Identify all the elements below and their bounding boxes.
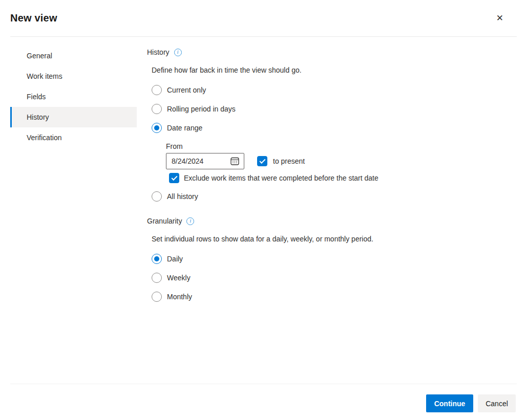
checkbox-checked-icon (257, 156, 267, 166)
radio-rolling-period[interactable]: Rolling period in days (152, 104, 527, 114)
footer-buttons: Continue Cancel (0, 384, 527, 412)
radio-current-only[interactable]: Current only (152, 85, 527, 95)
radio-label: Weekly (167, 274, 191, 282)
sidebar-item-label: History (27, 113, 49, 121)
sidebar: General Work items Fields History Verifi… (0, 37, 137, 302)
radio-label: Daily (167, 255, 183, 263)
granularity-heading-row: Granularity i (147, 216, 527, 226)
radio-circle-selected (152, 123, 162, 133)
radio-circle (152, 292, 162, 302)
radio-circle (152, 85, 162, 95)
checkbox-checked-icon (169, 173, 179, 183)
history-description: Define how far back in time the view sho… (152, 65, 527, 75)
dialog-body: General Work items Fields History Verifi… (0, 37, 527, 302)
checkbox-label: to present (273, 157, 305, 165)
from-label: From (166, 142, 527, 150)
checkbox-label: Exclude work items that were completed b… (184, 174, 378, 182)
radio-monthly[interactable]: Monthly (152, 292, 527, 302)
radio-circle-selected (152, 254, 162, 264)
close-icon[interactable]: ✕ (496, 14, 503, 23)
radio-label: All history (167, 192, 198, 201)
radio-label: Current only (167, 86, 206, 94)
exclude-completed-checkbox[interactable]: Exclude work items that were completed b… (169, 173, 527, 183)
calendar-icon[interactable] (230, 157, 239, 165)
dialog-title: New view (10, 12, 57, 24)
new-view-dialog: New view ✕ General Work items Fields His… (0, 0, 527, 420)
sidebar-item-label: Work items (27, 72, 62, 80)
sidebar-item-label: Fields (27, 93, 46, 101)
history-section: History i Define how far back in time th… (147, 47, 527, 202)
history-heading: History (147, 48, 170, 56)
info-icon[interactable]: i (186, 217, 194, 225)
radio-weekly[interactable]: Weekly (152, 273, 527, 283)
sidebar-item-verification[interactable]: Verification (10, 127, 137, 148)
radio-label: Date range (167, 124, 202, 132)
from-date-field (166, 153, 244, 169)
history-heading-row: History i (147, 47, 527, 57)
dialog-header: New view ✕ (10, 0, 517, 37)
main-content: History i Define how far back in time th… (137, 37, 527, 302)
sidebar-item-label: Verification (27, 134, 61, 142)
granularity-section: Granularity i Set individual rows to sho… (147, 216, 527, 302)
dialog-footer: Continue Cancel (0, 384, 527, 420)
radio-label: Rolling period in days (167, 105, 236, 113)
cancel-button[interactable]: Cancel (478, 394, 516, 412)
sidebar-item-label: General (27, 52, 52, 60)
sidebar-item-history[interactable]: History (10, 107, 137, 127)
radio-all-history[interactable]: All history (152, 191, 527, 202)
info-icon[interactable]: i (174, 49, 182, 56)
sidebar-item-work-items[interactable]: Work items (10, 66, 137, 86)
sidebar-item-fields[interactable]: Fields (10, 86, 137, 107)
radio-date-range[interactable]: Date range (152, 123, 527, 133)
granularity-description: Set individual rows to show data for a d… (152, 234, 527, 244)
radio-circle (152, 191, 162, 202)
date-range-controls: From (166, 142, 527, 183)
radio-circle (152, 273, 162, 283)
radio-label: Monthly (167, 293, 192, 301)
continue-button[interactable]: Continue (426, 394, 473, 412)
radio-circle (152, 104, 162, 114)
date-row: to present (166, 153, 527, 169)
sidebar-item-general[interactable]: General (10, 46, 137, 66)
to-present-checkbox[interactable]: to present (257, 156, 305, 166)
from-date-input[interactable] (172, 157, 230, 165)
radio-daily[interactable]: Daily (152, 254, 527, 264)
granularity-heading: Granularity (147, 217, 182, 225)
